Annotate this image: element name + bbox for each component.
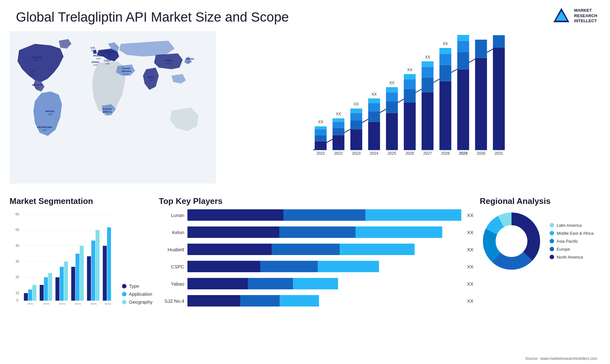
svg-rect-88 — [457, 35, 469, 41]
legend-type: Type — [122, 283, 152, 289]
svg-rect-115 — [32, 285, 36, 301]
svg-rect-118 — [48, 273, 52, 301]
svg-text:INDIA: INDIA — [147, 76, 154, 79]
svg-rect-70 — [404, 74, 416, 79]
svg-text:xx%: xx% — [34, 59, 38, 61]
donut-svg — [480, 209, 543, 273]
svg-rect-113 — [24, 293, 28, 301]
svg-text:U.K.: U.K. — [91, 46, 96, 49]
svg-rect-69 — [404, 79, 416, 89]
svg-text:2024: 2024 — [75, 303, 81, 305]
svg-text:ARABIA: ARABIA — [121, 70, 131, 73]
svg-text:2031: 2031 — [495, 151, 503, 156]
svg-text:2023: 2023 — [352, 151, 361, 156]
svg-rect-120 — [60, 267, 64, 301]
svg-rect-127 — [96, 230, 99, 300]
svg-text:XX: XX — [389, 81, 394, 85]
player-value-lunan: XX — [467, 212, 473, 218]
player-name-huabett: Huabett — [159, 247, 184, 252]
svg-text:60: 60 — [16, 212, 19, 216]
svg-rect-114 — [28, 289, 32, 300]
player-row-yabao: Yabao XX — [159, 278, 473, 289]
bar-chart-section: 2021 XX 2022 XX 2023 XX 2024 XX — [216, 28, 600, 187]
svg-text:SAUDI: SAUDI — [123, 67, 131, 70]
svg-text:xx%: xx% — [93, 64, 97, 66]
legend-application: Application — [122, 291, 152, 297]
svg-text:xx%: xx% — [35, 87, 39, 89]
player-bar-lunan — [187, 209, 461, 221]
svg-rect-73 — [422, 92, 433, 150]
svg-rect-55 — [368, 122, 380, 150]
player-row-cspc: CSPC XX — [159, 261, 473, 272]
player-name-kelun: Kelun — [159, 230, 184, 235]
svg-text:XX: XX — [371, 92, 376, 97]
svg-text:BRAZIL: BRAZIL — [45, 110, 55, 113]
regional-dot-northamerica — [550, 255, 554, 259]
player-value-sjz: XX — [467, 298, 473, 304]
svg-rect-80 — [439, 65, 451, 81]
svg-text:MEXICO: MEXICO — [32, 84, 42, 86]
svg-rect-129 — [107, 227, 111, 301]
svg-text:AFRICA: AFRICA — [102, 111, 112, 113]
svg-rect-58 — [368, 98, 380, 103]
svg-rect-56 — [368, 111, 380, 122]
legend-dot-geography — [122, 300, 126, 304]
svg-rect-43 — [333, 135, 344, 150]
svg-rect-64 — [386, 87, 398, 92]
svg-text:ITALY: ITALY — [104, 59, 111, 62]
regional-item-latin: Latin America — [550, 223, 593, 228]
svg-rect-79 — [439, 81, 451, 150]
player-name-cspc: CSPC — [159, 264, 184, 269]
svg-text:GERMANY: GERMANY — [103, 51, 117, 53]
players-bars: Lunan XX Kelun — [159, 209, 473, 307]
svg-text:xx%: xx% — [105, 114, 109, 116]
svg-text:xx%: xx% — [30, 73, 34, 76]
svg-text:XX: XX — [407, 68, 412, 72]
svg-text:CANADA: CANADA — [31, 56, 42, 59]
regional-item-europe: Europe — [550, 247, 593, 252]
map-section: CANADA xx% U.S. xx% MEXICO xx% BRAZIL xx… — [10, 28, 216, 187]
svg-text:2021: 2021 — [316, 151, 325, 156]
svg-rect-126 — [91, 240, 95, 300]
svg-text:0: 0 — [17, 299, 18, 302]
svg-rect-39 — [315, 129, 327, 135]
svg-text:U.S.: U.S. — [30, 70, 35, 73]
svg-text:XX: XX — [318, 120, 323, 124]
svg-text:50: 50 — [16, 228, 19, 232]
regional-item-northamerica: North America — [550, 255, 593, 260]
svg-text:JAPAN: JAPAN — [186, 57, 194, 60]
svg-rect-96 — [493, 35, 505, 48]
regional-section: Regional Analysis — [480, 196, 600, 364]
player-name-yabao: Yabao — [159, 281, 184, 286]
svg-text:2025: 2025 — [90, 303, 97, 305]
player-bar-sjz — [187, 295, 461, 307]
player-bar-kelun — [187, 226, 461, 238]
player-row-lunan: Lunan XX — [159, 209, 473, 221]
svg-text:XX: XX — [354, 102, 359, 106]
svg-rect-86 — [457, 52, 469, 69]
svg-rect-67 — [404, 103, 416, 150]
svg-rect-50 — [350, 120, 362, 129]
svg-text:XX: XX — [425, 55, 430, 59]
world-map: CANADA xx% U.S. xx% MEXICO xx% BRAZIL xx… — [10, 28, 216, 187]
main-content: CANADA xx% U.S. xx% MEXICO xx% BRAZIL xx… — [0, 28, 610, 193]
svg-text:xx%: xx% — [124, 73, 128, 75]
player-bar-yabao — [187, 278, 461, 289]
svg-rect-40 — [315, 126, 327, 129]
svg-text:SPAIN: SPAIN — [92, 61, 99, 64]
svg-rect-63 — [386, 92, 398, 101]
svg-text:xx%: xx% — [105, 63, 109, 65]
svg-rect-82 — [439, 48, 451, 54]
player-bar-cspc — [187, 261, 461, 272]
player-value-huabett: XX — [467, 247, 473, 252]
regional-legend: Latin America Middle East & Africa Asia … — [550, 223, 593, 260]
player-row-huabett: Huabett XX — [159, 244, 473, 255]
logo: MARKET RESEARCH INTELLECT — [552, 6, 597, 25]
svg-text:40: 40 — [16, 244, 19, 247]
svg-rect-76 — [422, 61, 433, 67]
svg-rect-61 — [386, 113, 398, 150]
svg-rect-117 — [44, 277, 48, 300]
donut-chart — [480, 209, 543, 273]
svg-text:2023: 2023 — [59, 303, 65, 305]
regional-item-apac: Asia Pacific — [550, 239, 593, 244]
